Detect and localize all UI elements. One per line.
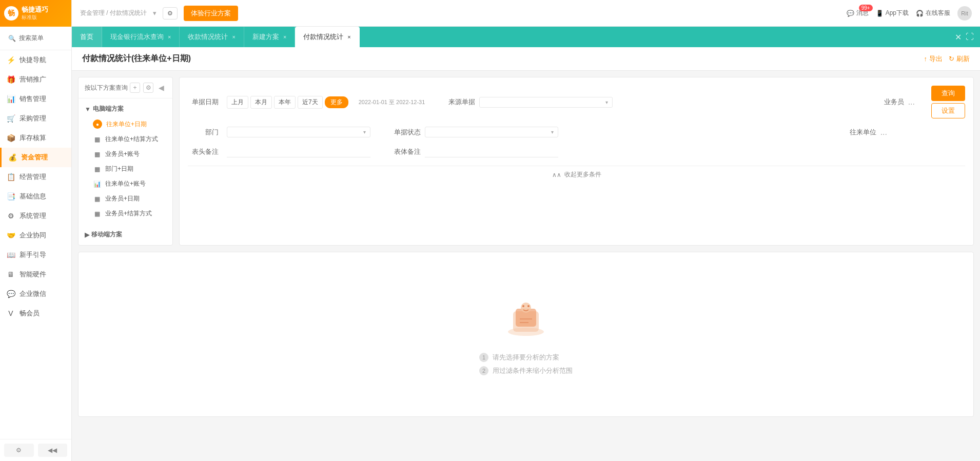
avatar[interactable]: Rit — [957, 6, 972, 21]
last-7-days-btn[interactable]: 近7天 — [298, 96, 323, 109]
source-filter-col: 来源单据 ▾ — [448, 97, 860, 108]
chevron-up-icon: ∧∧ — [552, 171, 561, 178]
mobile-scheme-group: ▶ 移动端方案 — [79, 224, 172, 245]
expand-tabs-btn[interactable]: ⛶ — [966, 32, 974, 42]
headset-icon: 🎧 — [916, 10, 924, 17]
empty-tip-1: 1 请先选择要分析的方案 — [479, 353, 573, 362]
nav-label-marketing: 营销推广 — [19, 75, 46, 84]
sidebar-item-quick-nav[interactable]: ⚡快捷导航 — [0, 50, 71, 70]
sidebar-item-wechat[interactable]: 💬企业微信 — [0, 284, 71, 304]
mobile-scheme-group-header[interactable]: ▶ 移动端方案 — [79, 227, 172, 242]
unit-label: 往来单位 — [850, 128, 876, 137]
staff-more-btn[interactable]: ... — [908, 97, 915, 107]
refresh-label: 刷新 — [956, 54, 970, 64]
body-note-input[interactable] — [425, 146, 558, 157]
tab-receivables[interactable]: 收款情况统计× — [180, 27, 244, 47]
sidebar-item-business[interactable]: 📋经营管理 — [0, 167, 71, 187]
nav-label-finance: 资金管理 — [21, 153, 48, 162]
scheme-settings-btn[interactable]: ⚙ — [143, 83, 153, 93]
last-month-btn[interactable]: 上月 — [227, 96, 248, 109]
scheme-item-unit-settle[interactable]: ▦ 往来单位+结算方式 — [79, 132, 172, 147]
trial-btn[interactable]: 体验行业方案 — [184, 6, 238, 21]
breadcrumb: 资金管理 / 付款情况统计 — [80, 9, 147, 17]
tip-1-num: 1 — [479, 353, 488, 362]
scheme-item-staff-account[interactable]: ▦ 业务员+账号 — [79, 147, 172, 162]
notifications-badge: 99+ — [859, 5, 873, 11]
nav-label-guide: 新手引导 — [19, 250, 46, 259]
dept-select[interactable]: ▾ — [227, 127, 370, 137]
query-actions: 查询 设置 — [931, 86, 965, 118]
tab-bank-flow[interactable]: 现金银行流水查询× — [102, 27, 180, 47]
sidebar-item-hardware[interactable]: 🖥智能硬件 — [0, 265, 71, 284]
tab-close-new-scheme[interactable]: × — [283, 34, 286, 40]
sidebar-item-guide[interactable]: 📖新手引导 — [0, 245, 71, 265]
notifications-btn[interactable]: 💬 消息 99+ — [847, 9, 869, 17]
tabbar-actions: ✕ ⛶ — [955, 32, 980, 42]
topbar-dropdown-arrow[interactable]: ▾ — [153, 9, 156, 17]
query-btn[interactable]: 查询 — [931, 86, 965, 101]
app-download-label: App下载 — [886, 9, 909, 17]
customer-service-btn[interactable]: 🎧 在线客服 — [916, 9, 950, 17]
tab-close-payment-stats[interactable]: × — [347, 34, 350, 40]
unit-filter-col: 往来单位 ... — [850, 128, 887, 137]
this-month-btn[interactable]: 本月 — [250, 96, 272, 109]
nav-icon-sales: 📊 — [6, 94, 15, 104]
app-download-btn[interactable]: 📱 App下载 — [876, 9, 909, 17]
unit-more-btn[interactable]: ... — [880, 128, 887, 137]
sidebar-item-system[interactable]: ⚙系统管理 — [0, 206, 71, 226]
scheme-collapse-btn[interactable]: ◀ — [156, 84, 166, 92]
scheme-item-unit-date[interactable]: ● 往来单位+日期 — [79, 116, 172, 132]
nav-icon-inventory: 📦 — [6, 133, 15, 143]
export-btn[interactable]: ↑ 导出 — [924, 54, 943, 64]
search-menu-item[interactable]: 🔍 搜索菜单 — [4, 31, 67, 46]
source-select[interactable]: ▾ — [479, 97, 613, 108]
nav-icon-finance: 💰 — [8, 153, 17, 162]
filter-settings-btn[interactable]: 设置 — [931, 103, 965, 118]
tab-home[interactable]: 首页 — [72, 27, 102, 47]
sidebar-item-basic[interactable]: 📑基础信息 — [0, 187, 71, 206]
scheme-item-dept-date[interactable]: ▦ 部门+日期 — [79, 162, 172, 176]
doc-status-select[interactable]: ▾ — [425, 127, 558, 137]
add-scheme-btn[interactable]: + — [130, 83, 140, 93]
tab-close-receivables[interactable]: × — [232, 34, 235, 40]
nav-icon-hardware: 🖥 — [6, 270, 15, 279]
page-header: 付款情况统计(往来单位+日期) ↑ 导出 ↻ 刷新 — [72, 47, 980, 71]
date-label: 单据日期 — [188, 97, 219, 107]
sidebar-collapse-btn[interactable]: ◀◀ — [38, 444, 68, 457]
sidebar-item-enterprise[interactable]: 🤝企业协同 — [0, 226, 71, 245]
scheme-item-label: 业务员+结算方式 — [105, 209, 152, 218]
topbar-gear-btn[interactable]: ⚙ — [163, 7, 178, 19]
sidebar-item-marketing[interactable]: 🎁营销推广 — [0, 70, 71, 89]
sidebar-item-finance[interactable]: 💰资金管理 — [0, 148, 71, 167]
sidebar-item-purchase[interactable]: 🛒采购管理 — [0, 109, 71, 128]
sidebar-nav: ⚡快捷导航🎁营销推广📊销售管理🛒采购管理📦库存核算💰资金管理📋经营管理📑基础信息… — [0, 50, 71, 439]
scheme-item-staff-date[interactable]: ▦ 业务员+日期 — [79, 191, 172, 206]
scheme-item-staff-settle[interactable]: ▦ 业务员+结算方式 — [79, 206, 172, 221]
sidebar-item-inventory[interactable]: 📦库存核算 — [0, 128, 71, 148]
this-year-btn[interactable]: 本年 — [274, 96, 296, 109]
svg-point-4 — [522, 305, 524, 307]
nav-label-purchase: 采购管理 — [19, 114, 46, 123]
topbar: 资金管理 / 付款情况统计 ▾ ⚙ 体验行业方案 💬 消息 99+ 📱 App下… — [72, 0, 980, 27]
chevron-down-icon: ▾ — [605, 99, 608, 105]
scheme-item-unit-account[interactable]: 📊 往来单位+账号 — [79, 176, 172, 191]
pc-scheme-group-header[interactable]: ▼ 电脑端方案 — [79, 102, 172, 116]
nav-icon-wechat: 💬 — [6, 289, 15, 298]
sidebar-item-member[interactable]: V畅会员 — [0, 304, 71, 323]
search-icon: 🔍 — [8, 35, 16, 42]
nav-label-quick-nav: 快捷导航 — [19, 55, 46, 65]
header-note-input[interactable] — [227, 146, 370, 157]
sidebar-settings-btn[interactable]: ⚙ — [4, 444, 34, 457]
tab-new-scheme[interactable]: 新建方案× — [244, 27, 295, 47]
more-date-btn[interactable]: 更多 — [325, 96, 348, 108]
collapse-more-btn[interactable]: ∧∧ 收起更多条件 — [188, 166, 965, 183]
doc-status-filter-col: 单据状态 ▾ — [394, 127, 826, 137]
close-all-tabs-btn[interactable]: ✕ — [955, 32, 962, 42]
refresh-btn[interactable]: ↻ 刷新 — [949, 54, 970, 64]
sidebar-item-sales[interactable]: 📊销售管理 — [0, 89, 71, 109]
body-note-filter-col: 表体备注 — [394, 146, 895, 157]
tab-close-bank-flow[interactable]: × — [168, 34, 171, 40]
tab-payment-stats[interactable]: 付款情况统计× — [295, 27, 359, 47]
staff-label: 业务员 — [884, 97, 904, 107]
svg-point-5 — [527, 305, 530, 307]
